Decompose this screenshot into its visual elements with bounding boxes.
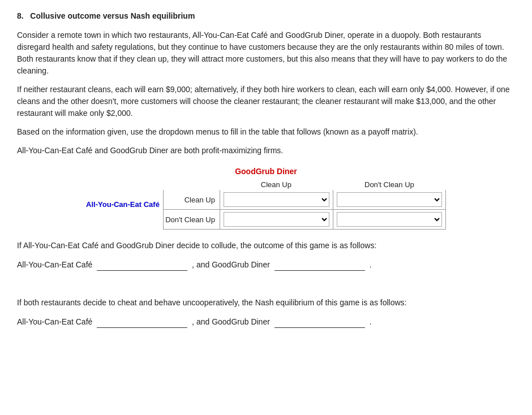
cell-dontcleanup-dontcleanup[interactable]: $2,000 $4,000 $9,000 $13,000	[333, 210, 446, 230]
collusion-connector: , and GoodGrub Diner	[192, 260, 270, 269]
row-label-clean-up: Clean Up	[163, 190, 220, 210]
col-header-clean-up: Clean Up	[220, 179, 333, 190]
col-header-dont-clean-up: Don't Clean Up	[333, 179, 446, 190]
dropdown-cleanup-dontcleanup[interactable]: $2,000 $4,000 $9,000 $13,000	[337, 192, 442, 207]
nash-cafe-label: All-You-Can-Eat Café	[17, 317, 92, 326]
cell-cleanup-dontcleanup[interactable]: $2,000 $4,000 $9,000 $13,000	[333, 190, 446, 210]
collusion-goodgrub-blank	[274, 258, 365, 271]
row-label-dont-clean-up: Don't Clean Up	[163, 210, 220, 230]
matrix-wrapper: All-You-Can-Eat Café Clean Up Don't Clea…	[86, 179, 446, 230]
collusion-cafe-label: All-You-Can-Eat Café	[17, 260, 92, 269]
collusion-intro: If All-You-Can-Eat Café and GoodGrub Din…	[17, 240, 515, 252]
cell-cleanup-cleanup[interactable]: $2,000 $4,000 $9,000 $13,000	[220, 190, 333, 210]
dropdown-dontcleanup-cleanup[interactable]: $2,000 $4,000 $9,000 $13,000	[224, 212, 329, 227]
nash-fill: All-You-Can-Eat Café , and GoodGrub Dine…	[17, 315, 515, 328]
payoff-matrix-container: GoodGrub Diner All-You-Can-Eat Café Clea…	[17, 167, 515, 230]
collusion-end: .	[370, 260, 372, 269]
nash-cafe-blank	[97, 315, 187, 328]
nash-connector: , and GoodGrub Diner	[192, 317, 270, 326]
col-headers-row: Clean Up Don't Clean Up	[163, 179, 446, 190]
nash-section: If both restaurants decide to cheat and …	[17, 297, 515, 328]
paragraph-3: Based on the information given, use the …	[17, 126, 515, 138]
matrix-row-dont-clean-up: Don't Clean Up $2,000 $4,000 $9,000 $13,…	[163, 210, 446, 230]
dropdown-dontcleanup-dontcleanup[interactable]: $2,000 $4,000 $9,000 $13,000	[337, 212, 442, 227]
cell-dontcleanup-cleanup[interactable]: $2,000 $4,000 $9,000 $13,000	[220, 210, 333, 230]
matrix-table: Clean Up Don't Clean Up Clean Up $2,000 …	[163, 179, 446, 230]
goodgrub-diner-label: GoodGrub Diner	[235, 167, 297, 176]
collusion-fill: All-You-Can-Eat Café , and GoodGrub Dine…	[17, 258, 515, 271]
nash-intro: If both restaurants decide to cheat and …	[17, 297, 515, 309]
question-number: 8. Collusive outcome versus Nash equilib…	[17, 11, 195, 20]
paragraph-4: All-You-Can-Eat Café and GoodGrub Diner …	[17, 145, 515, 157]
paragraph-1: Consider a remote town in which two rest…	[17, 29, 515, 77]
matrix-row-clean-up: Clean Up $2,000 $4,000 $9,000 $13,000 $2…	[163, 190, 446, 210]
question-header: 8. Collusive outcome versus Nash equilib…	[17, 11, 515, 20]
nash-goodgrub-blank	[274, 315, 365, 328]
dropdown-cleanup-cleanup[interactable]: $2,000 $4,000 $9,000 $13,000	[224, 192, 329, 207]
collusion-cafe-blank	[97, 258, 187, 271]
allycafe-label: All-You-Can-Eat Café	[86, 200, 160, 209]
collusion-section: If All-You-Can-Eat Café and GoodGrub Din…	[17, 240, 515, 271]
nash-end: .	[370, 317, 372, 326]
paragraph-2: If neither restaurant cleans, each will …	[17, 84, 515, 119]
